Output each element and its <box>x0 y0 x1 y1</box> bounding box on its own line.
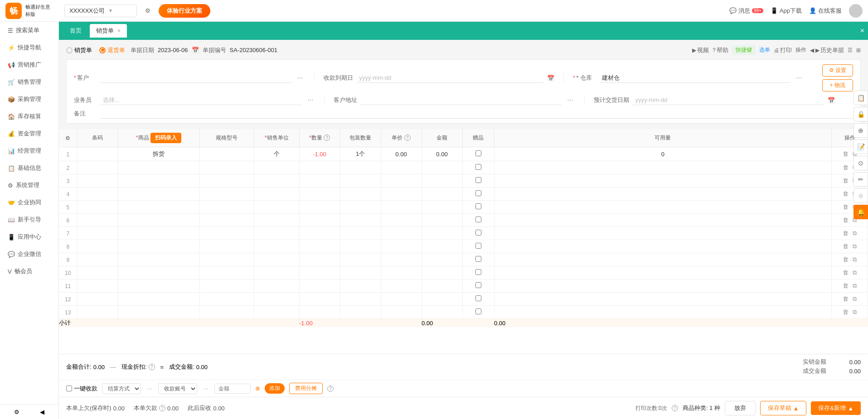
row-barcode-cell[interactable] <box>77 293 118 306</box>
row-qty-cell[interactable] <box>299 240 340 253</box>
row-unit-cell[interactable] <box>254 253 299 266</box>
row-barcode-cell[interactable] <box>77 227 118 240</box>
delete-icon[interactable]: 🗑 <box>843 256 849 263</box>
sidebar-item-purchase[interactable]: 📦 采购管理 <box>0 91 58 108</box>
row-price-cell[interactable] <box>381 266 422 279</box>
row-amount-cell[interactable] <box>422 214 462 227</box>
copy-icon[interactable]: ⧉ <box>853 230 857 236</box>
settings-button[interactable]: ⚙ 设置 <box>822 64 853 77</box>
row-pack-cell[interactable] <box>340 253 381 266</box>
delete-icon[interactable]: 🗑 <box>843 282 849 289</box>
sidebar-bottom-settings-icon[interactable]: ⚙ <box>14 409 19 415</box>
payment-date-input[interactable] <box>357 73 544 83</box>
row-amount-cell[interactable] <box>422 227 462 240</box>
warehouse-dots-icon[interactable]: ··· <box>794 74 804 82</box>
row-gift-cell[interactable] <box>462 279 494 293</box>
row-spec-cell[interactable] <box>199 227 254 240</box>
float-btn-2[interactable]: 🔒 <box>853 107 868 121</box>
row-pack-cell[interactable] <box>340 306 381 319</box>
row-product-cell[interactable] <box>118 214 199 227</box>
row-price-cell[interactable] <box>381 227 422 240</box>
row-unit-cell[interactable] <box>254 279 299 293</box>
float-btn-5[interactable]: ⊙ <box>853 156 868 170</box>
row-spec-cell[interactable] <box>199 161 254 174</box>
copy-icon[interactable]: ⧉ <box>853 243 857 250</box>
sidebar-item-member[interactable]: V 畅会员 <box>0 263 58 280</box>
row-barcode-cell[interactable] <box>77 253 118 266</box>
payment-calendar-icon[interactable]: 📅 <box>547 75 554 82</box>
date-value[interactable]: 2023-06-06 <box>158 47 188 53</box>
row-spec-cell[interactable] <box>199 293 254 306</box>
company-selector[interactable]: XXXXXX公司 ▼ <box>64 5 137 17</box>
row-unit-cell[interactable] <box>254 266 299 279</box>
row-amount-cell[interactable] <box>422 279 462 293</box>
tab-close-icon[interactable]: × <box>117 28 121 34</box>
salesperson-input[interactable] <box>100 95 302 105</box>
delivery-date-input[interactable] <box>633 95 824 105</box>
row-barcode-cell[interactable] <box>77 174 118 188</box>
account-dots[interactable]: ··· <box>202 385 210 392</box>
row-gift-cell[interactable] <box>462 227 494 240</box>
row-barcode-cell[interactable] <box>77 266 118 279</box>
qty-help-icon[interactable]: ? <box>324 135 330 141</box>
row-gift-cell[interactable] <box>462 174 494 188</box>
one-click-checkbox[interactable]: 一键收款 <box>66 385 97 393</box>
window-close-icon[interactable]: × <box>860 27 864 35</box>
delete-icon[interactable]: 🗑 <box>843 150 849 157</box>
sidebar-item-search[interactable]: ☰ 搜索菜单 <box>0 22 58 39</box>
sidebar-item-basics[interactable]: 📋 基础信息 <box>0 159 58 177</box>
message-button[interactable]: 💬 消息 99+ <box>729 7 763 15</box>
row-amount-cell[interactable]: 0.00 <box>422 147 462 161</box>
row-price-cell[interactable] <box>381 279 422 293</box>
row-pack-cell[interactable]: 1个 <box>340 147 381 161</box>
row-spec-cell[interactable] <box>199 201 254 214</box>
delete-icon[interactable]: 🗑 <box>843 295 849 302</box>
float-btn-1[interactable]: 📋 <box>853 91 868 105</box>
delete-icon[interactable]: 🗑 <box>843 190 849 197</box>
row-spec-cell[interactable] <box>199 214 254 227</box>
row-gift-cell[interactable] <box>462 293 494 306</box>
float-btn-7[interactable]: ☆ <box>853 188 868 203</box>
row-unit-cell[interactable] <box>254 293 299 306</box>
action-video[interactable]: ▶ 视频 <box>692 46 709 54</box>
delete-icon[interactable]: 🗑 <box>843 230 849 236</box>
row-price-cell[interactable] <box>381 214 422 227</box>
row-pack-cell[interactable] <box>340 214 381 227</box>
action-history[interactable]: ◀ ▶ 历史单据 <box>810 46 844 54</box>
row-unit-cell[interactable] <box>254 306 299 319</box>
delete-icon[interactable]: 🗑 <box>843 269 849 276</box>
row-pack-cell[interactable] <box>340 266 381 279</box>
row-gift-cell[interactable] <box>462 201 494 214</box>
row-spec-cell[interactable] <box>199 279 254 293</box>
row-pack-cell[interactable] <box>340 201 381 214</box>
amount-input[interactable] <box>214 384 251 394</box>
one-click-checkbox-input[interactable] <box>66 385 72 391</box>
float-btn-3[interactable]: ⊕ <box>853 123 868 138</box>
copy-icon[interactable]: ⧉ <box>853 282 857 289</box>
sidebar-item-guide[interactable]: 📖 新手引导 <box>0 211 58 228</box>
gift-checkbox[interactable] <box>475 177 481 183</box>
row-qty-cell[interactable]: -1.00 <box>299 147 340 161</box>
gift-checkbox[interactable] <box>475 282 481 288</box>
float-btn-8[interactable]: 🔔 <box>853 205 868 219</box>
action-ops[interactable]: 操作 <box>795 46 806 54</box>
row-qty-cell[interactable] <box>299 201 340 214</box>
price-help-icon[interactable]: ? <box>404 135 411 141</box>
row-amount-cell[interactable] <box>422 253 462 266</box>
gift-checkbox[interactable] <box>475 217 481 222</box>
calendar-icon[interactable]: 📅 <box>192 47 199 53</box>
add-button[interactable]: 添加 <box>265 383 285 394</box>
warehouse-input[interactable] <box>599 73 790 83</box>
remarks-input[interactable] <box>100 109 853 119</box>
row-unit-cell[interactable] <box>254 214 299 227</box>
float-btn-4[interactable]: 📝 <box>853 140 868 154</box>
row-unit-cell[interactable] <box>254 240 299 253</box>
action-print[interactable]: 🖨 打印 <box>774 46 792 54</box>
row-unit-cell[interactable] <box>254 174 299 188</box>
row-qty-cell[interactable] <box>299 161 340 174</box>
row-price-cell[interactable] <box>381 174 422 188</box>
address-input[interactable] <box>361 95 562 105</box>
row-pack-cell[interactable] <box>340 279 381 293</box>
row-amount-cell[interactable] <box>422 306 462 319</box>
radio-sales-order[interactable]: 销货单 <box>66 46 92 54</box>
